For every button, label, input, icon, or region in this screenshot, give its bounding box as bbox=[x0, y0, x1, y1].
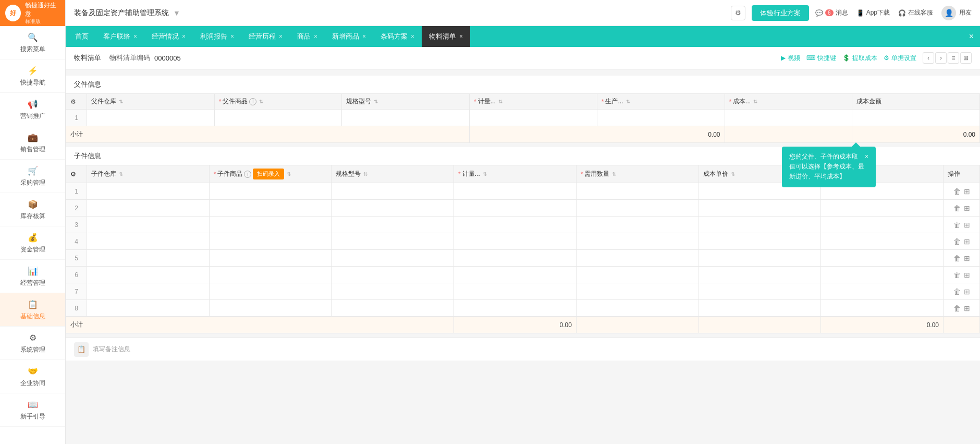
child-warehouse-cell-5[interactable] bbox=[87, 250, 210, 267]
sidebar-item-purchase[interactable]: 🛒 采购管理 bbox=[0, 160, 65, 193]
child-spec-input-2[interactable] bbox=[332, 200, 454, 216]
tab-barcode[interactable]: 条码方案 × bbox=[373, 26, 422, 47]
tab-profit-close[interactable]: × bbox=[230, 33, 234, 40]
child-qty-cell-2[interactable] bbox=[576, 200, 699, 217]
child-goods-input-1[interactable] bbox=[210, 183, 332, 199]
parent-spec-cell-1[interactable] bbox=[342, 110, 470, 126]
child-qty-input-1[interactable] bbox=[577, 183, 699, 199]
child-unit-cost-input-5[interactable] bbox=[699, 250, 821, 266]
sidebar-item-inventory[interactable]: 📦 库存核算 bbox=[0, 193, 65, 226]
child-qty-cell-7[interactable] bbox=[576, 283, 699, 300]
tab-bom-close[interactable]: × bbox=[459, 33, 463, 40]
child-goods-input-8[interactable] bbox=[210, 300, 332, 316]
app-download-button[interactable]: 📱 App下载 bbox=[856, 8, 890, 17]
child-cost-amount-input-6[interactable] bbox=[821, 267, 943, 283]
child-goods-info-icon[interactable]: i bbox=[244, 171, 251, 178]
child-unit-cost-input-3[interactable] bbox=[699, 217, 821, 233]
child-goods-cell-3[interactable] bbox=[209, 217, 332, 233]
child-th-settings[interactable]: ⚙ bbox=[66, 165, 87, 183]
copy-row-7-button[interactable]: ⊞ bbox=[964, 287, 970, 296]
child-warehouse-cell-4[interactable] bbox=[87, 233, 210, 250]
child-sort-3[interactable]: ⇅ bbox=[363, 171, 368, 177]
copy-row-5-button[interactable]: ⊞ bbox=[964, 254, 970, 262]
child-unit-cost-input-6[interactable] bbox=[699, 267, 821, 283]
nav-expand-button[interactable]: ⊞ bbox=[960, 52, 972, 64]
child-warehouse-input-5[interactable] bbox=[87, 250, 209, 266]
child-sort-6[interactable]: ⇅ bbox=[731, 171, 735, 177]
child-warehouse-input-4[interactable] bbox=[87, 233, 209, 249]
user-menu[interactable]: 👤 用友 bbox=[941, 6, 972, 20]
parent-warehouse-cell-1[interactable] bbox=[87, 110, 215, 126]
view-video-button[interactable]: ▶ 视频 bbox=[781, 54, 800, 63]
sort-icon-2[interactable]: ⇅ bbox=[259, 99, 263, 104]
tab-nav-close[interactable]: × bbox=[965, 32, 978, 41]
child-qty-cell-1[interactable] bbox=[576, 183, 699, 200]
parent-cost-amount-input-1[interactable] bbox=[852, 110, 979, 126]
tab-barcode-close[interactable]: × bbox=[411, 33, 414, 40]
child-sort-1[interactable]: ⇅ bbox=[119, 171, 123, 177]
child-qty-input-3[interactable] bbox=[577, 217, 699, 233]
extract-cost-button[interactable]: 💲 提取成本 bbox=[842, 54, 877, 63]
child-goods-cell-2[interactable] bbox=[209, 200, 332, 217]
child-warehouse-input-1[interactable] bbox=[87, 183, 209, 199]
delete-row-2-button[interactable]: 🗑 bbox=[953, 204, 961, 212]
child-unit-cell-8[interactable] bbox=[454, 300, 577, 317]
parent-goods-info-icon[interactable]: i bbox=[249, 98, 256, 105]
sort-icon-6[interactable]: ⇅ bbox=[753, 99, 757, 104]
child-spec-input-8[interactable] bbox=[332, 300, 454, 316]
child-spec-input-6[interactable] bbox=[332, 267, 454, 283]
child-qty-input-2[interactable] bbox=[577, 200, 699, 216]
child-unit-cost-input-2[interactable] bbox=[699, 200, 821, 216]
tab-goods[interactable]: 商品 × bbox=[290, 26, 325, 47]
child-qty-cell-5[interactable] bbox=[576, 250, 699, 267]
child-cost-amount-cell-6[interactable] bbox=[821, 267, 944, 283]
copy-row-1-button[interactable]: ⊞ bbox=[964, 187, 970, 196]
sidebar-item-finance[interactable]: 💰 资金管理 bbox=[0, 226, 65, 260]
child-unit-cost-cell-5[interactable] bbox=[699, 250, 821, 267]
child-cost-amount-cell-3[interactable] bbox=[821, 217, 944, 233]
child-warehouse-input-2[interactable] bbox=[87, 200, 209, 216]
child-warehouse-cell-1[interactable] bbox=[87, 183, 210, 200]
child-cost-amount-input-7[interactable] bbox=[821, 283, 943, 299]
child-spec-cell-3[interactable] bbox=[332, 217, 454, 233]
experience-button[interactable]: 体验行业方案 bbox=[752, 5, 809, 21]
child-unit-cell-6[interactable] bbox=[454, 267, 577, 283]
child-unit-input-3[interactable] bbox=[454, 217, 576, 233]
nav-next-button[interactable]: › bbox=[935, 52, 947, 64]
parent-goods-input-1[interactable] bbox=[215, 110, 342, 126]
sidebar-item-marketing[interactable]: 📢 营销推广 bbox=[0, 93, 65, 126]
child-cost-amount-cell-4[interactable] bbox=[821, 233, 944, 250]
child-unit-input-7[interactable] bbox=[454, 283, 576, 299]
child-unit-cost-cell-2[interactable] bbox=[699, 200, 821, 217]
sidebar-item-base_info[interactable]: 📋 基础信息 bbox=[0, 293, 65, 327]
child-cost-amount-input-3[interactable] bbox=[821, 217, 943, 233]
child-qty-cell-6[interactable] bbox=[576, 267, 699, 283]
child-spec-input-4[interactable] bbox=[332, 233, 454, 249]
sort-icon-4[interactable]: ⇅ bbox=[498, 99, 503, 104]
tab-history[interactable]: 经营历程 × bbox=[241, 26, 290, 47]
child-goods-cell-4[interactable] bbox=[209, 233, 332, 250]
child-unit-cell-5[interactable] bbox=[454, 250, 577, 267]
message-button[interactable]: 💬 6 消息 bbox=[815, 8, 848, 17]
child-spec-cell-5[interactable] bbox=[332, 250, 454, 267]
parent-unit-cell-1[interactable] bbox=[470, 110, 597, 126]
sort-icon-3[interactable]: ⇅ bbox=[374, 99, 378, 104]
child-unit-cost-cell-7[interactable] bbox=[699, 283, 821, 300]
parent-spec-input-1[interactable] bbox=[342, 110, 469, 126]
tab-new-goods-close[interactable]: × bbox=[362, 33, 366, 40]
child-warehouse-input-3[interactable] bbox=[87, 217, 209, 233]
tooltip-close-button[interactable]: × bbox=[865, 152, 868, 162]
tab-goods-close[interactable]: × bbox=[314, 33, 317, 40]
delete-row-4-button[interactable]: 🗑 bbox=[953, 237, 961, 246]
sidebar-item-enterprise[interactable]: 🤝 企业协同 bbox=[0, 360, 65, 393]
child-unit-cell-4[interactable] bbox=[454, 233, 577, 250]
tab-home[interactable]: 首页 bbox=[68, 26, 96, 47]
delete-row-6-button[interactable]: 🗑 bbox=[953, 271, 961, 279]
child-warehouse-cell-7[interactable] bbox=[87, 283, 210, 300]
sort-icon[interactable]: ⇅ bbox=[119, 99, 123, 104]
tab-customer-close[interactable]: × bbox=[133, 33, 137, 40]
child-goods-cell-6[interactable] bbox=[209, 267, 332, 283]
parent-goods-cell-1[interactable] bbox=[214, 110, 342, 126]
nav-menu-button[interactable]: ≡ bbox=[948, 52, 959, 64]
tab-operation[interactable]: 经营情况 × bbox=[144, 26, 193, 47]
